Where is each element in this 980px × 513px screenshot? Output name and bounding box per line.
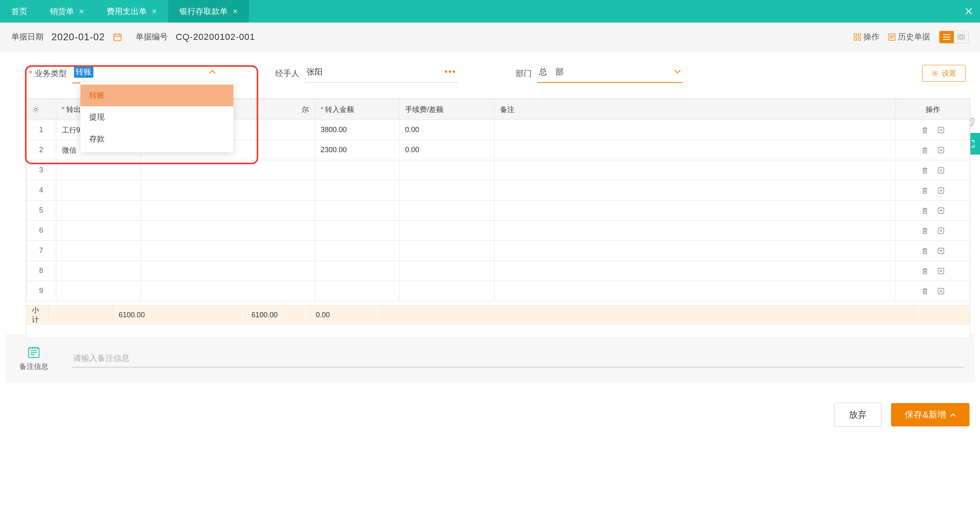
cell-remark[interactable] xyxy=(494,160,896,180)
calendar-icon[interactable] xyxy=(113,33,122,41)
cell-in-amount[interactable]: 2300.00 xyxy=(315,140,399,160)
table-row[interactable]: 6 xyxy=(27,221,970,241)
cell-hidden[interactable] xyxy=(140,160,315,180)
add-row-icon[interactable] xyxy=(937,227,945,234)
cell-hidden[interactable] xyxy=(140,221,315,241)
settings-button[interactable]: 设置 xyxy=(922,65,966,82)
delete-row-icon[interactable] xyxy=(921,147,929,154)
cell-in-amount[interactable] xyxy=(315,261,399,281)
cell-in-amount[interactable] xyxy=(315,201,399,221)
add-row-icon[interactable] xyxy=(937,187,945,194)
delete-row-icon[interactable] xyxy=(921,288,929,295)
table-row[interactable]: 8 xyxy=(27,261,970,281)
discard-button[interactable]: 放弃 xyxy=(834,403,881,427)
date-value[interactable]: 2020-01-02 xyxy=(51,31,105,43)
add-row-icon[interactable] xyxy=(937,207,945,214)
cell-out-account[interactable] xyxy=(56,261,140,281)
dropdown-option-withdraw[interactable]: 提现 xyxy=(80,106,233,128)
delete-row-icon[interactable] xyxy=(921,167,929,174)
close-icon[interactable]: ✕ xyxy=(233,8,238,15)
delete-row-icon[interactable] xyxy=(921,187,929,194)
dropdown-option-transfer[interactable]: 转账 xyxy=(80,85,233,106)
cell-remark[interactable] xyxy=(494,221,896,241)
delete-row-icon[interactable] xyxy=(921,207,929,214)
add-row-icon[interactable] xyxy=(937,167,945,174)
add-row-icon[interactable] xyxy=(937,126,945,134)
svg-rect-2 xyxy=(858,34,861,36)
svg-rect-9 xyxy=(962,38,965,40)
delete-row-icon[interactable] xyxy=(921,267,929,275)
cell-fee[interactable]: 0.00 xyxy=(399,140,494,160)
cell-hidden[interactable] xyxy=(140,180,315,201)
tab-bank-deposit[interactable]: 银行存取款单 ✕ xyxy=(168,0,249,23)
cell-fee[interactable] xyxy=(399,180,494,201)
business-type-dropdown: 转账 提现 存款 xyxy=(80,82,233,152)
field-label: 业务类型 xyxy=(35,68,67,79)
close-icon[interactable]: ✕ xyxy=(152,8,157,15)
delete-row-icon[interactable] xyxy=(921,126,929,134)
table-row[interactable]: 3 xyxy=(27,160,970,180)
row-index: 8 xyxy=(27,261,56,281)
dropdown-option-deposit[interactable]: 存款 xyxy=(80,128,233,150)
business-type-select[interactable]: 转账 xyxy=(72,64,217,83)
dept-select[interactable]: 总 部 xyxy=(537,64,682,83)
cell-hidden[interactable] xyxy=(140,201,315,221)
tab-expense[interactable]: 费用支出单 ✕ xyxy=(95,0,168,23)
delete-row-icon[interactable] xyxy=(921,227,929,234)
cell-in-amount[interactable] xyxy=(315,281,399,301)
cell-fee[interactable]: 0.00 xyxy=(399,120,494,140)
view-list-button[interactable] xyxy=(939,31,954,43)
cell-out-account[interactable] xyxy=(56,180,140,201)
window-close-button[interactable] xyxy=(957,0,980,23)
more-icon[interactable]: ••• xyxy=(445,66,456,77)
handler-input[interactable]: 张阳 ••• xyxy=(305,64,458,83)
save-and-new-button[interactable]: 保存&新增 xyxy=(891,403,970,426)
cell-in-amount[interactable] xyxy=(315,241,399,261)
table-row[interactable]: 5 xyxy=(27,201,970,221)
actions-button[interactable]: 操作 xyxy=(854,31,879,42)
column-config[interactable] xyxy=(27,99,56,120)
cell-out-account[interactable] xyxy=(56,201,140,221)
cell-in-amount[interactable] xyxy=(315,180,399,201)
cell-in-amount[interactable] xyxy=(315,221,399,241)
cell-remark[interactable] xyxy=(494,140,896,160)
cell-fee[interactable] xyxy=(399,201,494,221)
cell-fee[interactable] xyxy=(399,221,494,241)
add-row-icon[interactable] xyxy=(937,267,945,275)
add-row-icon[interactable] xyxy=(937,147,945,154)
view-grid-button[interactable] xyxy=(954,31,968,43)
cell-fee[interactable] xyxy=(399,281,494,301)
delete-row-icon[interactable] xyxy=(921,247,929,254)
cell-remark[interactable] xyxy=(494,261,896,281)
cell-out-account[interactable] xyxy=(56,160,140,180)
cell-hidden[interactable] xyxy=(140,281,315,301)
handler-value: 张阳 xyxy=(307,66,323,77)
cell-remark[interactable] xyxy=(494,281,896,301)
tab-home[interactable]: 首页 xyxy=(0,0,39,23)
cell-out-account[interactable] xyxy=(56,281,140,301)
remarks-input[interactable] xyxy=(72,350,965,368)
cell-hidden[interactable] xyxy=(140,241,315,261)
add-row-icon[interactable] xyxy=(937,247,945,254)
cell-in-amount[interactable]: 3800.00 xyxy=(315,120,399,140)
cell-in-amount[interactable] xyxy=(315,160,399,180)
cell-remark[interactable] xyxy=(494,120,896,140)
close-icon[interactable]: ✕ xyxy=(79,8,84,15)
cell-fee[interactable] xyxy=(399,160,494,180)
tab-sales-order[interactable]: 销货单 ✕ xyxy=(39,0,95,23)
cell-remark[interactable] xyxy=(494,180,896,201)
table-row[interactable]: 7 xyxy=(27,241,970,261)
history-button[interactable]: 历史单据 xyxy=(888,31,930,42)
table-row[interactable]: 4 xyxy=(27,180,970,201)
cell-fee[interactable] xyxy=(399,261,494,281)
filter-row: * 业务类型 转账 经手人 张阳 ••• 部门 总 部 设置 xyxy=(0,52,980,86)
cell-out-account[interactable] xyxy=(56,241,140,261)
cell-out-account[interactable] xyxy=(56,221,140,241)
cell-remark[interactable] xyxy=(494,201,896,221)
row-index: 7 xyxy=(27,241,56,261)
cell-hidden[interactable] xyxy=(140,261,315,281)
cell-remark[interactable] xyxy=(494,241,896,261)
cell-fee[interactable] xyxy=(399,241,494,261)
table-row[interactable]: 9 xyxy=(27,281,970,301)
add-row-icon[interactable] xyxy=(937,288,945,295)
